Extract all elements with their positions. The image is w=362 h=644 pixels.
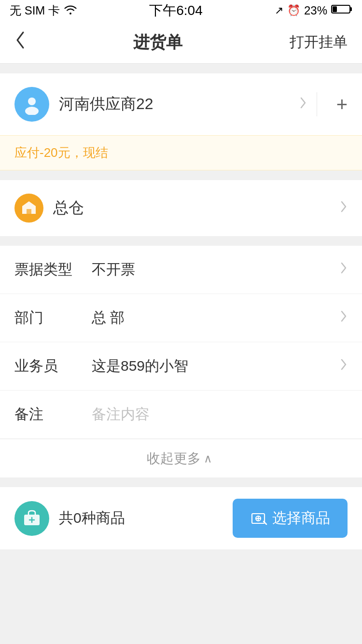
supplier-chevron-icon	[299, 96, 307, 113]
section-gap-2	[0, 170, 362, 180]
warehouse-name: 总仓	[53, 197, 340, 219]
invoice-chevron-icon	[340, 261, 348, 278]
svg-point-3	[28, 98, 36, 105]
select-product-button[interactable]: 选择商品	[233, 499, 348, 538]
supplier-divider	[317, 92, 317, 116]
warehouse-card: 总仓	[0, 180, 362, 236]
svg-rect-2	[333, 6, 337, 12]
carrier-label: 无 SIM 卡	[10, 3, 60, 18]
section-gap-3	[0, 236, 362, 246]
remark-placeholder: 备注内容	[92, 405, 348, 424]
supplier-name: 河南供应商22	[59, 94, 299, 115]
svg-point-4	[25, 107, 39, 115]
department-row[interactable]: 部门 总 部	[0, 294, 362, 342]
nav-bar: 进货单 打开挂单	[0, 21, 362, 64]
supplier-avatar	[14, 87, 49, 122]
supplier-row[interactable]: 河南供应商22 +	[0, 73, 362, 135]
product-icon-wrap	[14, 501, 49, 536]
department-label: 部门	[14, 308, 92, 328]
department-value: 总 部	[92, 308, 335, 328]
bottom-gray-area	[0, 549, 362, 644]
status-left: 无 SIM 卡	[10, 3, 77, 18]
collapse-icon: ∧	[204, 452, 212, 465]
add-supplier-button[interactable]: +	[336, 94, 348, 115]
location-icon: ↗	[275, 4, 283, 17]
warehouse-icon	[14, 194, 43, 223]
back-button[interactable]	[14, 30, 26, 54]
staff-label: 业务员	[14, 356, 92, 376]
department-chevron-icon	[340, 309, 348, 326]
staff-row[interactable]: 业务员 这是859的小智	[0, 342, 362, 391]
collapse-label: 收起更多	[147, 449, 201, 468]
svg-rect-5	[27, 209, 31, 214]
open-pending-button[interactable]: 打开挂单	[290, 32, 348, 52]
remark-row[interactable]: 备注 备注内容	[0, 391, 362, 439]
staff-chevron-icon	[340, 358, 348, 375]
notice-text: 应付-20元，现结	[14, 145, 108, 160]
battery-icon	[331, 4, 352, 17]
select-product-label: 选择商品	[272, 508, 330, 528]
product-count: 共0种商品	[59, 508, 233, 528]
status-time: 下午6:04	[149, 1, 203, 20]
staff-value: 这是859的小智	[92, 356, 335, 376]
form-card: 票据类型 不开票 部门 总 部 业务员 这是859的小智 备注 备注内容	[0, 246, 362, 477]
section-gap-1	[0, 64, 362, 73]
svg-rect-1	[350, 7, 352, 11]
alarm-icon: ⏰	[287, 4, 300, 17]
status-bar: 无 SIM 卡 下午6:04 ↗ ⏰ 23%	[0, 0, 362, 21]
warehouse-row[interactable]: 总仓	[0, 180, 362, 236]
remark-label: 备注	[14, 405, 92, 424]
wifi-icon	[64, 4, 77, 17]
warehouse-chevron-icon	[340, 200, 348, 217]
battery-label: 23%	[304, 4, 327, 17]
invoice-value: 不开票	[92, 260, 335, 280]
collapse-bar[interactable]: 收起更多 ∧	[0, 439, 362, 477]
supplier-card: 河南供应商22 + 应付-20元，现结	[0, 73, 362, 170]
product-bar: 共0种商品 选择商品	[0, 487, 362, 549]
invoice-type-row[interactable]: 票据类型 不开票	[0, 246, 362, 294]
notice-bar: 应付-20元，现结	[0, 135, 362, 170]
invoice-label: 票据类型	[14, 260, 92, 280]
page-title: 进货单	[133, 31, 182, 54]
status-right: ↗ ⏰ 23%	[275, 4, 352, 17]
